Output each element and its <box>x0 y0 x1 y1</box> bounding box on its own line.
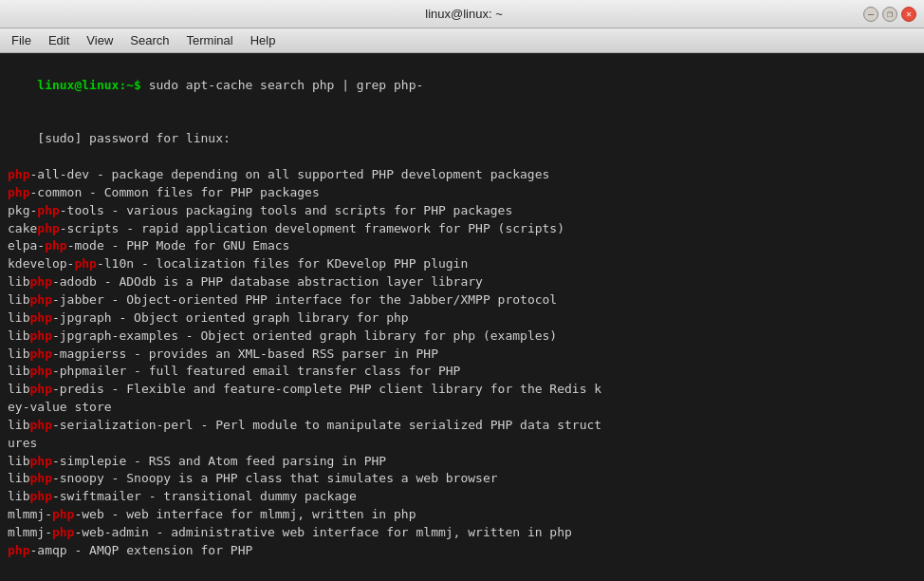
window-title: linux@linux: ~ <box>65 7 863 21</box>
list-item: mlmmj-php-web-admin - administrative web… <box>8 524 916 542</box>
list-item: mlmmj-php-web - web interface for mlmmj,… <box>8 506 916 524</box>
continuation-line: ures <box>8 435 916 453</box>
list-item: libphp-jpgraph - Object oriented graph l… <box>8 309 916 328</box>
sudo-text: [sudo] password for linux: <box>37 131 231 145</box>
list-item: libphp-magpierss - provides an XML-based… <box>8 346 916 364</box>
list-item: cakephp-scripts - rapid application deve… <box>8 220 916 238</box>
list-item: libphp-phpmailer - full featured email t… <box>8 363 916 381</box>
sudo-prompt-line: [sudo] password for linux: <box>8 113 916 167</box>
minimize-button[interactable]: – <box>863 7 878 22</box>
list-item: libphp-swiftmailer - transitional dummy … <box>8 488 916 506</box>
titlebar: linux@linux: ~ – ❐ ✕ <box>0 0 924 28</box>
list-item: libphp-simplepie - RSS and Atom feed par… <box>8 453 916 471</box>
menu-file[interactable]: File <box>4 30 39 50</box>
prompt-path: :~$ <box>119 78 140 92</box>
list-item: pkg-php-tools - various packaging tools … <box>8 202 916 220</box>
menu-help[interactable]: Help <box>243 30 284 50</box>
list-item: kdevelop-php-l10n - localization files f… <box>8 255 916 273</box>
list-item: libphp-jpgraph-examples - Object oriente… <box>8 328 916 346</box>
window-controls: – ❐ ✕ <box>863 7 916 22</box>
menu-edit[interactable]: Edit <box>41 30 77 50</box>
command-text: sudo apt-cache search php | grep php- <box>141 78 423 92</box>
list-item: libphp-adodb - ADOdb is a PHP database a… <box>8 273 916 291</box>
command-line: linux@linux:~$ sudo apt-cache search php… <box>8 59 916 113</box>
list-item: libphp-snoopy - Snoopy is a PHP class th… <box>8 470 916 488</box>
menu-terminal[interactable]: Terminal <box>179 30 241 50</box>
terminal-output[interactable]: linux@linux:~$ sudo apt-cache search php… <box>0 53 924 581</box>
restore-button[interactable]: ❐ <box>882 7 897 22</box>
menu-view[interactable]: View <box>79 30 120 50</box>
list-item: elpa-php-mode - PHP Mode for GNU Emacs <box>8 237 916 255</box>
close-button[interactable]: ✕ <box>901 7 916 22</box>
list-item: libphp-serialization-perl - Perl module … <box>8 417 916 435</box>
prompt-user: linux@linux <box>37 78 119 92</box>
continuation-line: ey-value store <box>8 399 916 417</box>
list-item: php-all-dev - package depending on all s… <box>8 166 916 184</box>
list-item: php-amqp - AMQP extension for PHP <box>8 542 916 560</box>
list-item: libphp-predis - Flexible and feature-com… <box>8 381 916 399</box>
list-item: php-common - Common files for PHP packag… <box>8 184 916 202</box>
menu-search[interactable]: Search <box>122 30 176 50</box>
list-item: libphp-jabber - Object-oriented PHP inte… <box>8 291 916 309</box>
menubar: File Edit View Search Terminal Help <box>0 28 924 53</box>
